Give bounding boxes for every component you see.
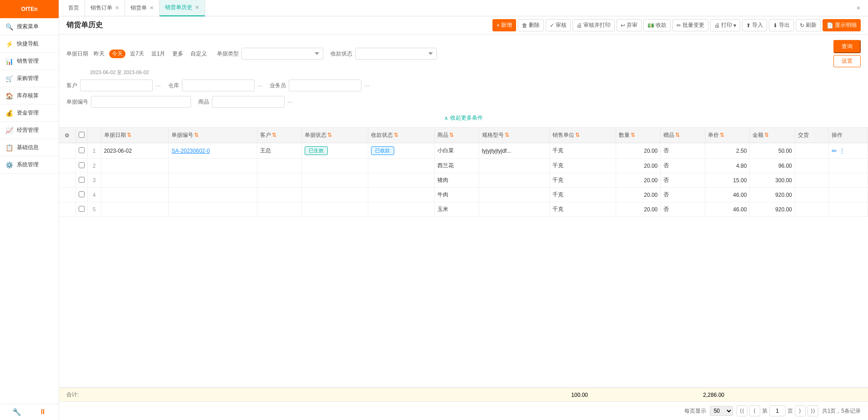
date-pill-7days[interactable]: 近7天 [127, 50, 147, 58]
filter-customer-dots[interactable]: ··· [156, 82, 161, 89]
page-next-btn[interactable]: ⟩ [795, 405, 806, 416]
col-checkbox[interactable] [75, 128, 87, 143]
logo-text: OfTEn [21, 6, 38, 12]
page-last-btn[interactable]: ⟩⟩ [808, 405, 818, 416]
col-amount[interactable]: 金额⇅ [750, 128, 795, 143]
col-date[interactable]: 单据日期⇅ [101, 128, 169, 143]
date-pill-1month[interactable]: 近1月 [149, 50, 168, 58]
import-button[interactable]: ⬆ 导入 [742, 19, 767, 31]
sidebar-item-operation[interactable]: 📈 经营管理 [0, 122, 59, 139]
audit-print-button[interactable]: 🖨 审核并打印 [572, 19, 615, 31]
col-goods[interactable]: 商品⇅ [434, 128, 479, 143]
page-size-select[interactable]: 50 20 100 [710, 406, 733, 416]
filter-type-select[interactable] [241, 48, 323, 60]
col-gift[interactable]: 赠品⇅ [661, 128, 705, 143]
cell-docno[interactable]: SA-20230602-0 [169, 143, 257, 159]
sidebar-item-sales-mgmt[interactable]: 📊 销售管理 [0, 53, 59, 70]
collapse-btn[interactable]: ∧ 收起更多条件 [444, 114, 483, 122]
row-checkbox[interactable] [79, 177, 85, 183]
filter-customer-input[interactable] [80, 80, 153, 91]
cell-checkbox[interactable] [75, 159, 87, 173]
abandon-label: 弃审 [627, 21, 637, 29]
tab-sales-order[interactable]: 销售订单 ✕ [85, 0, 125, 16]
cell-docstatus [301, 159, 368, 173]
sidebar-item-quick-nav[interactable]: ⚡ 快捷导航 [0, 35, 59, 53]
tab-sales-history-close[interactable]: ✕ [195, 5, 199, 10]
page-input[interactable] [769, 405, 786, 416]
sidebar-bottom-btn1[interactable]: 🔧 [12, 408, 21, 416]
tab-home[interactable]: 首页 [63, 0, 85, 16]
export-button[interactable]: ⬇ 导出 [769, 19, 794, 31]
new-button[interactable]: + 新增 [492, 19, 516, 31]
doc-no-link[interactable]: SA-20230602-0 [171, 148, 210, 154]
batch-change-button[interactable]: ✏ 批量变更 [672, 19, 708, 31]
col-settings[interactable]: ⚙ [59, 128, 75, 143]
cell-docno [169, 173, 257, 188]
filter-salesperson-dots[interactable]: ··· [364, 82, 370, 89]
cell-gift: 否 [661, 143, 705, 159]
select-all-checkbox[interactable] [79, 132, 85, 138]
row-checkbox[interactable] [79, 147, 85, 153]
date-pill-more[interactable]: 更多 [170, 50, 186, 58]
refresh-button[interactable]: ↻ 刷新 [796, 19, 821, 31]
cell-transaction [795, 143, 828, 159]
audit-button[interactable]: ✓ 审核 [546, 19, 571, 31]
query-button[interactable]: 查询 [833, 40, 861, 53]
filter-warehouse-dots[interactable]: ··· [257, 82, 263, 89]
tab-sales-order-close[interactable]: ✕ [115, 5, 119, 11]
col-unit[interactable]: 销售单位⇅ [550, 128, 616, 143]
page-first-btn[interactable]: ⟨⟨ [737, 405, 748, 416]
col-spec[interactable]: 规格型号⇅ [479, 128, 549, 143]
edit-action-btn[interactable]: ✏ [832, 147, 837, 155]
sidebar-bottom-btn2[interactable]: ⏸ [39, 408, 46, 416]
cell-customer: 王总 [257, 143, 301, 159]
settings-button[interactable]: 设置 [833, 55, 861, 67]
tab-sales-delivery[interactable]: 销货单 ✕ [125, 0, 160, 16]
col-docstatus[interactable]: 单据状态⇅ [301, 128, 368, 143]
row-checkbox[interactable] [79, 191, 85, 197]
sort-amount-icon: ⇅ [764, 132, 769, 138]
col-paystatus[interactable]: 收款状态⇅ [368, 128, 434, 143]
abandon-button[interactable]: ↩ 弃审 [617, 19, 642, 31]
col-customer[interactable]: 客户⇅ [257, 128, 301, 143]
sidebar-item-inventory[interactable]: 🏠 库存核算 [0, 87, 59, 105]
date-pill-today[interactable]: 今天 [109, 50, 125, 58]
col-unitprice[interactable]: 单价⇅ [705, 128, 750, 143]
filter-goods-dots[interactable]: ··· [287, 98, 293, 105]
collect-button[interactable]: 💵 收款 [643, 19, 671, 31]
delete-button[interactable]: 🗑 删除 [518, 19, 544, 31]
filter-docno-item: 单据编号 [66, 96, 191, 108]
row-checkbox[interactable] [79, 162, 85, 168]
sidebar-item-purchase-mgmt[interactable]: 🛒 采购管理 [0, 70, 59, 87]
cell-date [101, 159, 169, 173]
print-button[interactable]: 🖨 打印 ▾ [710, 19, 740, 31]
pay-status-badge: 已收款 [371, 146, 394, 155]
sidebar-item-system-mgmt[interactable]: ⚙️ 系统管理 [0, 156, 59, 174]
cell-checkbox[interactable] [75, 173, 87, 188]
sidebar-item-finance[interactable]: 💰 资金管理 [0, 105, 59, 122]
tab-sales-history[interactable]: 销货单历史 ✕ [160, 0, 205, 16]
date-pill-custom[interactable]: 自定义 [188, 50, 210, 58]
cell-checkbox[interactable] [75, 188, 87, 202]
col-docno[interactable]: 单据编号⇅ [169, 128, 257, 143]
date-pill-yesterday[interactable]: 昨天 [91, 50, 107, 58]
cell-checkbox[interactable] [75, 143, 87, 159]
page-prev-btn[interactable]: ⟨ [749, 405, 760, 416]
sidebar-item-search-menu[interactable]: 🔍 搜索菜单 [0, 18, 59, 35]
row-checkbox[interactable] [79, 206, 85, 212]
show-detail-button[interactable]: 📄 显示明细 [823, 19, 861, 31]
col-qty[interactable]: 数量⇅ [616, 128, 661, 143]
filter-docno-input[interactable] [91, 96, 191, 108]
sort-unit-icon: ⇅ [575, 132, 580, 138]
sidebar-item-basic-info[interactable]: 📋 基础信息 [0, 139, 59, 156]
cell-checkbox[interactable] [75, 202, 87, 217]
tab-sales-delivery-close[interactable]: ✕ [150, 5, 154, 11]
filter-goods-input[interactable] [212, 96, 285, 108]
col-transaction: 交货 [795, 128, 828, 143]
tab-close-all[interactable]: ✕ [853, 5, 864, 11]
filter-salesperson-input[interactable] [289, 80, 361, 91]
cell-unitprice: 2.50 [705, 143, 750, 159]
filter-warehouse-input[interactable] [182, 80, 255, 91]
filter-payment-select[interactable] [355, 48, 437, 60]
more-action-btn[interactable]: ⋮ [839, 147, 845, 155]
